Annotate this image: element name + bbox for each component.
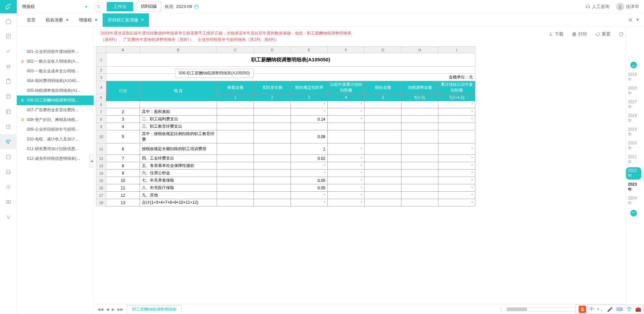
cell[interactable] [365, 155, 401, 162]
cell[interactable] [365, 116, 401, 123]
cell[interactable] [401, 155, 438, 162]
cell[interactable] [401, 101, 438, 108]
close-icon[interactable]: ✕ [141, 18, 144, 22]
cell[interactable]: 10 [106, 177, 140, 184]
year-up-button[interactable]: ︽ [630, 62, 637, 68]
nav-settings-icon[interactable] [0, 179, 17, 194]
cell[interactable] [365, 162, 401, 170]
cell[interactable] [254, 184, 291, 192]
cell[interactable] [106, 101, 140, 108]
cell[interactable]: 四、工会经费支出 [140, 155, 217, 162]
cell[interactable] [401, 130, 438, 143]
cell[interactable] [365, 199, 401, 206]
col-letter-D[interactable]: D [254, 47, 291, 53]
cell[interactable] [217, 155, 254, 162]
cell[interactable] [217, 130, 254, 143]
form-list-item[interactable]: 012-减免所得税优惠明细表(... [17, 154, 94, 164]
col-letter-E[interactable]: E [291, 47, 328, 53]
cell[interactable]: 12 [106, 192, 140, 199]
year-2018年[interactable]: 2018年 [626, 112, 641, 125]
workspace-button[interactable]: 工作台 [107, 2, 133, 11]
period-value[interactable]: 2023-09 [176, 4, 192, 9]
cell[interactable] [254, 116, 291, 123]
close-tab-icon[interactable]: ✕ [628, 16, 633, 24]
cell[interactable] [438, 143, 475, 155]
cell[interactable] [291, 123, 328, 130]
cell[interactable] [401, 192, 438, 199]
cell[interactable] [217, 143, 254, 155]
tab-所得税汇算清缴[interactable]: 所得税汇算清缴✕ [103, 13, 149, 27]
cell[interactable] [438, 116, 475, 123]
year-2024年[interactable]: 2024年 [626, 195, 641, 207]
cell[interactable] [291, 108, 328, 116]
form-list-item[interactable]: 007-广告费和业务宣传费跨... [17, 105, 94, 115]
reset-button[interactable]: 重置 [595, 31, 610, 38]
nav-tax-icon[interactable] [0, 134, 17, 149]
cell[interactable] [140, 101, 217, 108]
cell[interactable]: 八、补充医疗保险 [140, 184, 217, 192]
cell[interactable]: 九、其他 [140, 192, 217, 199]
cell[interactable] [328, 155, 365, 162]
cell[interactable] [217, 116, 254, 123]
year-2023年[interactable]: 2023年 [626, 181, 641, 193]
cell[interactable] [401, 123, 438, 130]
cell[interactable] [328, 192, 365, 199]
spreadsheet-grid[interactable]: ABCDEFGHI 1职工薪酬纳税调整明细表(A105050) 2 3金额单位：… [96, 46, 475, 206]
cell[interactable] [401, 143, 438, 155]
collapse-handle[interactable]: ◀ [89, 154, 94, 168]
user-menu[interactable]: 徐泽华 [616, 3, 639, 11]
cell[interactable] [254, 123, 291, 130]
cell[interactable] [217, 199, 254, 206]
year-2019年[interactable]: 2019年 [626, 126, 641, 138]
cell[interactable]: 3 [106, 116, 140, 123]
cell[interactable] [365, 170, 401, 177]
cell[interactable]: 三、职工教育经费支出 [140, 123, 217, 130]
horizontal-scrollbar[interactable] [507, 308, 527, 311]
cell[interactable]: 其中：股权激励 [140, 108, 217, 116]
cell[interactable]: 五、各类基本社会保障性缴款 [140, 162, 217, 170]
cell[interactable] [401, 116, 438, 123]
form-list-item[interactable]: ⊘006-职工薪酬纳税调整明细... [17, 96, 94, 105]
cell[interactable] [291, 199, 328, 206]
cell[interactable] [438, 170, 475, 177]
cell[interactable] [438, 130, 475, 143]
cell[interactable] [401, 170, 438, 177]
sheet-nav-first[interactable]: ◀◀ [97, 307, 103, 312]
download-button[interactable]: 下载 [548, 31, 564, 38]
cell[interactable]: 其中：按税收规定比例扣除的职工教育经费 [140, 130, 217, 143]
cell[interactable] [365, 101, 401, 108]
ime-mic-icon[interactable]: 🎤 [607, 307, 613, 312]
cell[interactable] [365, 123, 401, 130]
nav-clipboard-icon[interactable] [0, 74, 17, 89]
cell[interactable]: 0.05 [291, 177, 328, 184]
cell[interactable] [217, 184, 254, 192]
form-list-item[interactable]: ⊘002-一般企业收入明细表(A... [17, 57, 94, 66]
form-list-item[interactable]: 001-企业所得税年度纳税申... [17, 47, 94, 57]
cell[interactable]: 0.14 [291, 116, 328, 123]
form-list-item[interactable]: 009-企业所得税弥补亏损明... [17, 125, 94, 134]
cell[interactable] [438, 108, 475, 116]
cell[interactable] [328, 170, 365, 177]
cell[interactable] [254, 162, 291, 170]
cell[interactable] [254, 192, 291, 199]
cell[interactable] [328, 116, 365, 123]
cell[interactable]: 11 [106, 184, 140, 192]
cell[interactable]: 七、补充养老保险 [140, 177, 217, 184]
cell[interactable] [328, 130, 365, 143]
nav-video-icon[interactable] [0, 194, 17, 209]
tax-type-dropdown[interactable]: 增值税 ▾ [22, 4, 87, 10]
nav-archive-icon[interactable] [0, 149, 17, 164]
nav-chart-icon[interactable] [0, 44, 17, 59]
nav-bank-icon[interactable] [0, 119, 17, 134]
sheet-nav-prev[interactable]: ◀ [106, 307, 109, 312]
cell[interactable]: 7 [106, 155, 140, 162]
cell[interactable] [365, 192, 401, 199]
cell[interactable] [365, 143, 401, 155]
cell[interactable] [217, 192, 254, 199]
cell[interactable] [401, 177, 438, 184]
tab-menu-icon[interactable]: ▾ [636, 16, 639, 24]
cell[interactable] [401, 162, 438, 170]
cell[interactable]: 1 [291, 143, 328, 155]
close-icon[interactable]: ✕ [66, 18, 69, 22]
tab-增值税[interactable]: 增值税✕ [74, 13, 103, 27]
